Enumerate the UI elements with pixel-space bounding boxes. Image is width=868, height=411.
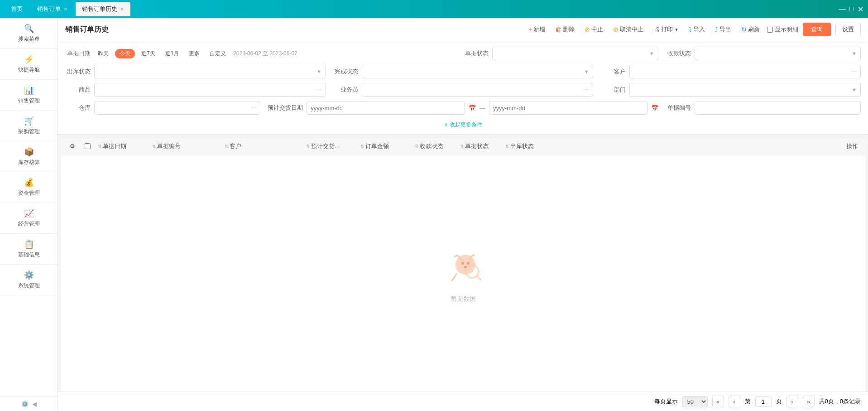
doc-status-label: 单据状态 xyxy=(463,49,489,58)
delivery-end-input[interactable] xyxy=(489,101,647,115)
doc-status-select[interactable]: ▼ xyxy=(492,47,658,60)
th-settings[interactable]: ⚙ xyxy=(64,143,81,150)
select-all-checkbox[interactable] xyxy=(85,143,91,149)
display-detail-toggle[interactable]: 显示明细 xyxy=(767,25,798,34)
salesperson-dots[interactable]: ··· xyxy=(584,86,589,94)
doc-status-chevron: ▼ xyxy=(649,51,654,56)
date-more[interactable]: 更多 xyxy=(185,49,203,58)
system-icon: ⚙️ xyxy=(24,270,34,280)
date-7days[interactable]: 近7天 xyxy=(138,49,159,58)
per-page-select[interactable]: 50 10 20 100 xyxy=(682,396,708,407)
complete-status-select[interactable]: ▼ xyxy=(362,65,593,78)
th-num-sort-icon[interactable]: ⇅ xyxy=(152,144,156,149)
out-status-select[interactable]: ▼ xyxy=(94,65,326,78)
settings-button[interactable]: 设置 xyxy=(835,23,861,36)
salesperson-label: 业务员 xyxy=(333,86,358,94)
first-page-button[interactable]: « xyxy=(712,396,724,407)
delete-button[interactable]: 🗑 删除 xyxy=(552,24,577,35)
dept-select[interactable]: ▼ xyxy=(629,83,861,97)
salesperson-input[interactable]: ··· xyxy=(362,83,593,97)
customer-dots[interactable]: ··· xyxy=(852,68,857,76)
prev-page-button[interactable]: ‹ xyxy=(729,396,740,407)
tab-sales-history-close[interactable]: ✕ xyxy=(120,6,124,12)
maximize-button[interactable]: □ xyxy=(849,5,854,13)
delivery-end-calendar-icon[interactable]: 📅 xyxy=(651,105,658,111)
th-out-sort-icon[interactable]: ⇅ xyxy=(505,144,509,149)
cancel-stop-icon: ⊘ xyxy=(613,26,619,33)
stop-button[interactable]: ⊘ 中止 xyxy=(582,24,606,35)
date-yesterday[interactable]: 昨天 xyxy=(94,49,112,58)
operations-icon: 📈 xyxy=(24,208,34,218)
stop-label: 中止 xyxy=(591,25,603,34)
tab-sales-order[interactable]: 销售订单 ✕ xyxy=(31,2,74,16)
svg-point-3 xyxy=(467,262,470,265)
customer-input[interactable]: ··· xyxy=(629,65,861,78)
display-detail-checkbox[interactable] xyxy=(767,27,773,33)
inventory-icon: 📦 xyxy=(24,147,34,157)
tab-sales-order-close[interactable]: ✕ xyxy=(63,6,67,12)
import-button[interactable]: ⤵ 导入 xyxy=(686,24,708,35)
th-delivery-sort-icon[interactable]: ⇅ xyxy=(306,144,310,149)
goods-dots[interactable]: ··· xyxy=(317,86,321,94)
sidebar-item-search[interactable]: 🔍 搜索菜单 xyxy=(0,18,58,49)
print-button[interactable]: 🖨 打印 ▼ xyxy=(651,24,681,35)
query-button[interactable]: 查询 xyxy=(803,23,831,36)
date-filter: 昨天 今天 近7天 近1月 更多 自定义 xyxy=(94,49,230,58)
sidebar-item-inventory[interactable]: 📦 库存核算 xyxy=(0,141,58,172)
filter-group-delivery: 预计交货日期 📅 — 📅 xyxy=(268,101,658,115)
tab-sales-history[interactable]: 销售订单历史 ✕ xyxy=(76,2,130,16)
th-customer: ⇅ 客户 xyxy=(221,142,302,150)
sidebar-item-quicknav[interactable]: ⚡ 快捷导航 xyxy=(0,49,58,80)
sidebar-collapse-icon[interactable]: ◀ xyxy=(32,401,37,407)
date-today[interactable]: 今天 xyxy=(115,49,135,58)
warehouse-input[interactable]: ··· xyxy=(94,101,260,115)
add-button[interactable]: + 新增 xyxy=(526,24,548,35)
th-amount-sort-icon[interactable]: ⇅ xyxy=(360,144,364,149)
svg-point-2 xyxy=(461,262,464,265)
sidebar-item-sales[interactable]: 📊 销售管理 xyxy=(0,80,58,111)
sidebar-item-basic-info-label: 基础信息 xyxy=(18,251,40,259)
collapse-filter-link[interactable]: ∧ 收起更多条件 xyxy=(65,119,861,129)
receipt-status-select[interactable]: ▼ xyxy=(695,47,861,60)
add-label: 新增 xyxy=(533,25,545,34)
date-1month[interactable]: 近1月 xyxy=(162,49,183,58)
export-button[interactable]: ⤴ 导出 xyxy=(712,24,734,35)
dept-chevron: ▼ xyxy=(852,87,857,92)
th-receipt-sort-icon[interactable]: ⇅ xyxy=(415,144,418,149)
warehouse-dots[interactable]: ··· xyxy=(251,104,256,112)
minimize-button[interactable]: — xyxy=(839,5,846,13)
next-page-button[interactable]: › xyxy=(786,396,798,407)
print-icon: 🖨 xyxy=(653,26,660,33)
th-out-label: 出库状态 xyxy=(510,142,534,150)
sidebar-item-system[interactable]: ⚙️ 系统管理 xyxy=(0,265,58,295)
page-number-input[interactable] xyxy=(755,396,772,407)
sidebar-item-quicknav-label: 快捷导航 xyxy=(18,66,40,74)
close-button[interactable]: ✕ xyxy=(858,5,863,14)
tab-home[interactable]: 首页 xyxy=(5,2,29,16)
goods-input[interactable]: ··· xyxy=(94,83,326,97)
sidebar-item-operations[interactable]: 📈 经营管理 xyxy=(0,203,58,234)
th-customer-sort-icon[interactable]: ⇅ xyxy=(225,144,228,149)
date-custom[interactable]: 自定义 xyxy=(206,49,230,58)
doc-num-input[interactable] xyxy=(695,101,861,115)
finance-icon: 💰 xyxy=(24,178,34,188)
th-num-label: 单据编号 xyxy=(157,142,181,150)
sidebar-item-purchase[interactable]: 🛒 采购管理 xyxy=(0,111,58,141)
th-date-sort-icon[interactable]: ⇅ xyxy=(98,144,101,149)
sidebar: 🔍 搜索菜单 ⚡ 快捷导航 📊 销售管理 🛒 采购管理 📦 库存核算 💰 资金管… xyxy=(0,18,58,411)
sidebar-item-basic-info[interactable]: 📋 基础信息 xyxy=(0,234,58,265)
sidebar-item-system-label: 系统管理 xyxy=(18,282,40,290)
delivery-start-input[interactable] xyxy=(307,101,465,115)
goods-label: 商品 xyxy=(65,86,91,94)
page-label: 第 xyxy=(745,397,751,406)
basic-info-icon: 📋 xyxy=(24,239,34,249)
th-checkbox[interactable] xyxy=(81,143,94,149)
last-page-button[interactable]: » xyxy=(803,396,815,407)
sidebar-item-finance[interactable]: 💰 资金管理 xyxy=(0,172,58,203)
th-status-sort-icon[interactable]: ⇅ xyxy=(460,144,464,149)
sidebar-settings-icon[interactable]: ⚙️ xyxy=(21,401,29,407)
delivery-start-calendar-icon[interactable]: 📅 xyxy=(469,105,476,111)
print-label: 打印 xyxy=(661,25,673,34)
cancel-stop-button[interactable]: ⊘ 取消中止 xyxy=(610,24,646,35)
refresh-button[interactable]: ↻ 刷新 xyxy=(739,24,762,35)
